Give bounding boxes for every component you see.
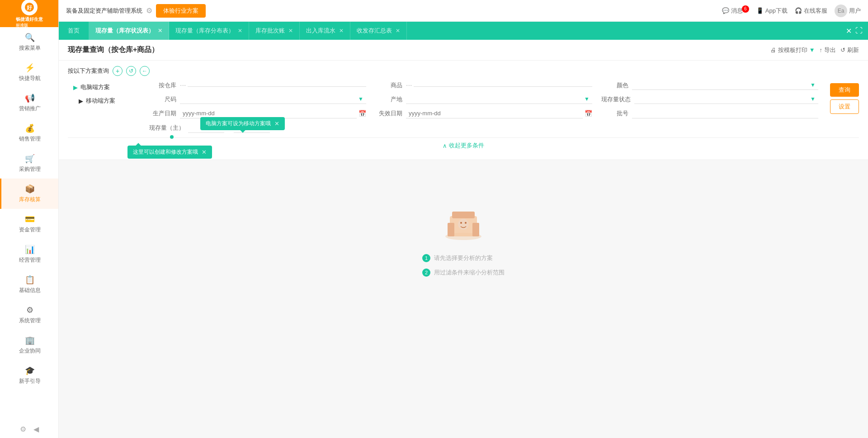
tab-bar: 首页 现存量（库存状况表） ✕ 现存量（库存分布表） ✕ 库存批次账 ✕ 出入库… (59, 22, 868, 40)
purchase-icon: 🛒 (25, 154, 35, 164)
filter-refresh-button[interactable]: ↺ (126, 66, 136, 76)
size-select[interactable]: ▼ (180, 94, 366, 104)
color-chevron-icon: ▼ (810, 82, 816, 88)
sidebar-item-finance[interactable]: 💳 资金管理 (0, 209, 58, 239)
footer-settings-icon[interactable]: ⚙ (20, 425, 26, 433)
scheme-mobile-expand-icon: ▶ (79, 98, 83, 104)
produce-date-cal-icon[interactable]: 📅 (359, 110, 366, 117)
size-chevron-icon: ▼ (358, 96, 363, 102)
scheme-item-mobile[interactable]: ▶ 移动端方案 (68, 94, 140, 108)
headset-icon: 🎧 (795, 7, 802, 14)
svg-rect-4 (452, 212, 475, 218)
topbar-title: 装备及固定资产辅助管理系统 (66, 7, 142, 15)
refresh-icon: ↺ (840, 47, 845, 53)
sidebar-item-system[interactable]: ⚙ 系统管理 (0, 300, 58, 330)
user-menu-button[interactable]: Ea 用户 (835, 5, 861, 17)
main-content: 装备及固定资产辅助管理系统 ⚙ 体验行业方案 💬 消息 6 📱 App下载 🎧 … (59, 0, 868, 438)
refresh-button[interactable]: ↺ 刷新 (840, 46, 859, 54)
expire-date-cal-icon[interactable]: 📅 (585, 110, 592, 117)
tooltip2-close-button[interactable]: ✕ (202, 149, 207, 155)
sidebar-item-enterprise[interactable]: 🏢 企业协同 (0, 330, 58, 360)
print-button[interactable]: 🖨 按模板打印 ▼ (770, 46, 815, 54)
logo-text: 畅捷通好生意 标准版 (16, 16, 43, 28)
sidebar-item-purchase[interactable]: 🛒 采购管理 (0, 148, 58, 179)
goods-select[interactable] (414, 84, 592, 87)
tab-stock-status[interactable]: 现存量（库存状况表） ✕ (89, 22, 169, 40)
footer-collapse-icon[interactable]: ◀ (33, 425, 39, 433)
tab-fullscreen-button[interactable]: ⛶ (854, 27, 864, 35)
step2-num: 2 (422, 268, 430, 277)
svg-rect-5 (448, 223, 454, 236)
tab-close-receivables[interactable]: ✕ (396, 28, 400, 34)
avatar: Ea (835, 5, 847, 17)
search-button[interactable]: 查询 (830, 83, 859, 97)
empty-area: 1 请先选择要分析的方案 2 用过滤条件来缩小分析范围 (59, 162, 868, 315)
guide-icon: 🎓 (25, 366, 35, 376)
sidebar-item-quick-nav[interactable]: ⚡ 快捷导航 (0, 57, 58, 88)
origin-label: 产地 (375, 95, 402, 104)
dot-indicator (170, 135, 174, 139)
scheme-expand-icon: ▶ (73, 84, 78, 91)
basic-info-icon: 📋 (25, 275, 35, 285)
scheme-item-desktop[interactable]: ▶ 电脑端方案 (68, 80, 140, 94)
batch-input[interactable] (632, 108, 818, 118)
tab-receivables[interactable]: 收发存汇总表 ✕ (350, 22, 407, 40)
topbar-settings-icon[interactable]: ⚙ (146, 6, 152, 15)
sidebar-item-basic-info[interactable]: 📋 基础信息 (0, 269, 58, 300)
empty-illustration (436, 198, 491, 243)
sales-icon: 💰 (25, 123, 35, 133)
svg-point-8 (460, 222, 462, 224)
filter-origin: 产地 ▼ (375, 94, 592, 104)
color-select[interactable]: ▼ (632, 80, 818, 90)
industry-plan-button[interactable]: 体验行业方案 (156, 4, 206, 18)
user-avatar-text: Ea (838, 8, 844, 14)
expire-date-start[interactable] (406, 108, 583, 118)
filter-add-button[interactable]: + (113, 66, 123, 76)
filter-row-1: 按仓库 ··· 商品 ··· (149, 80, 818, 90)
tab-stock-dist[interactable]: 现存量（库存分布表） ✕ (169, 22, 249, 40)
sidebar-item-inventory[interactable]: 📦 库存核算 (0, 179, 58, 209)
goods-label: 商品 (375, 81, 402, 89)
stock-main-label: 现存量（主） (149, 124, 184, 132)
warehouse-select[interactable] (188, 84, 366, 87)
tab-close-batch-ledger[interactable]: ✕ (288, 28, 293, 34)
tab-close-inout-flow[interactable]: ✕ (339, 28, 344, 34)
online-service-button[interactable]: 🎧 在线客服 (795, 7, 827, 15)
tab-inout-flow[interactable]: 出入库流水 ✕ (300, 22, 350, 40)
tooltip1-close-button[interactable]: ✕ (274, 120, 279, 127)
quick-nav-icon: ⚡ (25, 63, 35, 73)
filter-label: 按以下方案查询 (68, 67, 109, 75)
expire-date-label: 失效日期 (375, 109, 402, 118)
size-label: 尺码 (149, 95, 176, 104)
tab-close-stock-dist[interactable]: ✕ (238, 28, 242, 34)
stock-status-select[interactable]: ▼ (634, 94, 818, 104)
tab-home[interactable]: 首页 (59, 22, 89, 40)
stock-status-chevron-icon: ▼ (810, 96, 816, 102)
print-icon: 🖨 (770, 47, 776, 53)
tab-close-stock-status[interactable]: ✕ (158, 28, 162, 34)
sidebar-item-guide[interactable]: 🎓 新手引导 (0, 360, 58, 391)
filter-row-2: 尺码 ▼ 产地 ▼ (149, 94, 818, 104)
sidebar-item-search-menu[interactable]: 🔍 搜索菜单 (0, 27, 58, 57)
sidebar-item-marketing[interactable]: 📢 营销推广 (0, 88, 58, 118)
svg-text:好: 好 (26, 5, 33, 11)
tab-batch-ledger[interactable]: 库存批次账 ✕ (249, 22, 300, 40)
goods-dots[interactable]: ··· (406, 81, 412, 89)
filter-batch: 批号 (601, 108, 818, 118)
warehouse-dots[interactable]: ··· (180, 81, 186, 89)
sidebar-item-sales[interactable]: 💰 销售管理 (0, 118, 58, 148)
tab-bar-end: ✕ ⛶ (840, 22, 868, 40)
scheme-list: ▶ 电脑端方案 ▶ 移动端方案 (68, 80, 140, 108)
message-button[interactable]: 💬 消息 6 (722, 7, 749, 15)
sidebar-footer: ⚙ ◀ (20, 420, 39, 438)
tab-close-all-button[interactable]: ✕ (844, 27, 854, 35)
app-download-button[interactable]: 📱 App下载 (756, 7, 788, 15)
filter-back-button[interactable]: ← (140, 66, 150, 76)
marketing-icon: 📢 (25, 93, 35, 103)
reset-button[interactable]: 设置 (830, 99, 859, 114)
filter-color: 颜色 ▼ (601, 80, 818, 90)
export-button[interactable]: ↑ 导出 (820, 46, 836, 54)
origin-select[interactable]: ▼ (406, 94, 592, 104)
topbar-left: 装备及固定资产辅助管理系统 ⚙ 体验行业方案 (66, 4, 206, 18)
sidebar-item-management[interactable]: 📊 经营管理 (0, 239, 58, 269)
